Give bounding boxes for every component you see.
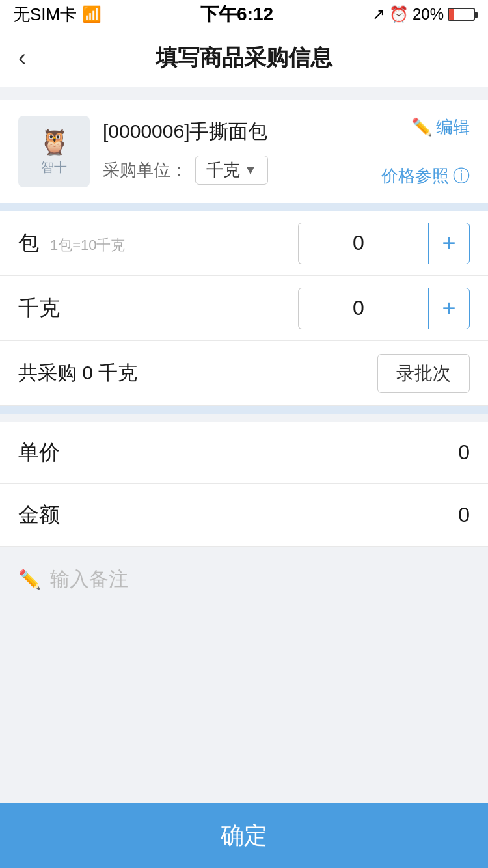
danjia-value: 0 xyxy=(458,441,470,465)
bao-label: 包 1包=10千克 xyxy=(18,229,298,258)
pencil-icon: ✏️ xyxy=(18,569,41,590)
product-logo-icon: 🦉 xyxy=(39,128,70,156)
bao-input[interactable] xyxy=(298,223,428,264)
alarm-icon: ⏰ xyxy=(389,5,409,23)
summary-text: 共采购 0 千克 xyxy=(18,360,137,387)
unit-select[interactable]: 千克 ▼ xyxy=(195,156,268,185)
bao-input-wrap: + xyxy=(298,223,470,264)
danjia-row: 单价 0 xyxy=(0,422,488,484)
dropdown-arrow-icon: ▼ xyxy=(244,163,257,178)
input-section: 包 1包=10千克 + 千克 + 共采购 0 千克 录批次 xyxy=(0,211,488,406)
unit-label: 采购单位： xyxy=(103,159,187,182)
qianke-input-wrap: + xyxy=(298,288,470,329)
edit-label: 编辑 xyxy=(436,116,470,139)
qianke-input-row: 千克 + xyxy=(0,276,488,341)
price-ref-button[interactable]: 价格参照 ⓘ xyxy=(381,165,470,187)
unit-value: 千克 xyxy=(206,159,240,182)
danjia-label: 单价 xyxy=(18,439,60,467)
product-card: 🦉 智十 [0000006]手撕面包 采购单位： 千克 ▼ ✏️ 编辑 价格参照… xyxy=(0,100,488,203)
jine-value: 0 xyxy=(458,503,470,527)
jine-row: 金额 0 xyxy=(0,484,488,547)
location-icon: ↗ xyxy=(372,5,385,23)
section-divider-1 xyxy=(0,203,488,211)
section-divider-2 xyxy=(0,406,488,414)
jine-label: 金额 xyxy=(18,501,60,530)
battery-icon xyxy=(448,8,475,21)
bottom-area: 确定 xyxy=(0,803,488,868)
edit-button[interactable]: ✏️ 编辑 xyxy=(411,116,470,139)
remark-placeholder: 输入备注 xyxy=(50,566,128,593)
wifi-icon: 📶 xyxy=(82,5,102,23)
price-ref-label: 价格参照 xyxy=(381,165,449,187)
qianke-label: 千克 xyxy=(18,294,298,323)
status-left: 无SIM卡 📶 xyxy=(13,3,102,26)
qianke-input[interactable] xyxy=(298,288,428,329)
status-right: ↗ ⏰ 20% xyxy=(372,5,475,23)
battery-percent: 20% xyxy=(413,5,444,23)
remark-section[interactable]: ✏️ 输入备注 xyxy=(0,547,488,612)
info-section: 单价 0 金额 0 xyxy=(0,422,488,547)
nav-bar: ‹ 填写商品采购信息 xyxy=(0,29,488,87)
status-time: 下午6:12 xyxy=(200,2,273,27)
price-ref-help-icon: ⓘ xyxy=(453,165,470,187)
product-image: 🦉 智十 xyxy=(18,116,90,187)
summary-row: 共采购 0 千克 录批次 xyxy=(0,341,488,406)
page-title: 填写商品采购信息 xyxy=(156,43,332,73)
edit-icon: ✏️ xyxy=(411,117,432,137)
bao-sub: 1包=10千克 xyxy=(50,237,126,253)
bao-input-row: 包 1包=10千克 + xyxy=(0,211,488,276)
bao-plus-button[interactable]: + xyxy=(428,223,470,264)
product-image-label: 智十 xyxy=(41,159,67,176)
batch-button[interactable]: 录批次 xyxy=(377,354,470,393)
back-button[interactable]: ‹ xyxy=(18,44,26,72)
carrier-text: 无SIM卡 xyxy=(13,3,77,26)
qianke-plus-button[interactable]: + xyxy=(428,288,470,329)
confirm-button[interactable]: 确定 xyxy=(0,803,488,868)
status-bar: 无SIM卡 📶 下午6:12 ↗ ⏰ 20% xyxy=(0,0,488,29)
